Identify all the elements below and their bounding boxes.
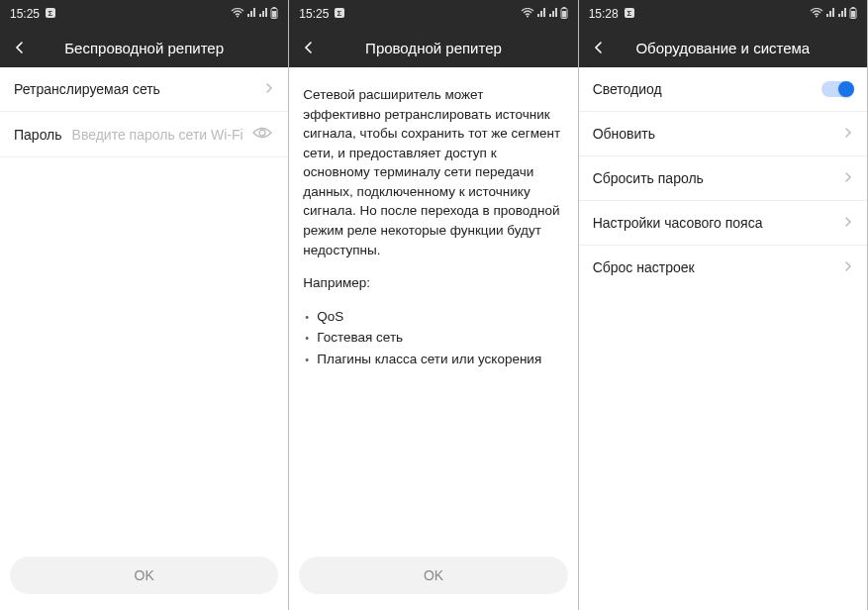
svg-point-15 <box>816 16 818 18</box>
row-label: Светодиод <box>593 81 821 97</box>
svg-text:Σ: Σ <box>338 9 342 18</box>
chevron-right-icon <box>843 170 853 186</box>
status-time: 15:25 <box>10 7 40 21</box>
back-button[interactable] <box>589 38 609 57</box>
signal-icon <box>536 7 546 21</box>
row-relayed-network[interactable]: Ретранслируемая сеть <box>0 67 288 112</box>
status-icons <box>521 7 568 22</box>
list-item: Гостевая сеть <box>303 328 563 348</box>
row-reset-password[interactable]: Сбросить пароль <box>579 156 867 201</box>
row-label: Сброс настроек <box>593 259 843 275</box>
notification-icon: Σ <box>45 7 56 22</box>
wifi-icon <box>521 7 534 21</box>
back-button[interactable] <box>10 38 30 57</box>
battery-icon <box>849 7 857 22</box>
page-title: Проводной репитер <box>365 40 502 56</box>
signal-icon <box>825 7 835 21</box>
svg-rect-5 <box>272 11 276 18</box>
ok-button[interactable]: OK <box>299 557 567 594</box>
row-label: Обновить <box>593 126 843 142</box>
svg-point-9 <box>527 16 529 18</box>
chevron-right-icon <box>843 126 853 142</box>
battery-icon <box>560 7 568 22</box>
back-button[interactable] <box>299 38 319 57</box>
ok-button[interactable]: OK <box>10 557 278 594</box>
eye-icon[interactable] <box>250 126 274 143</box>
para-1: Сетевой расширитель может эффективно рет… <box>303 85 563 259</box>
status-bar: 15:25 Σ <box>0 0 288 28</box>
bullet-list: QoS Гостевая сеть Плагины класса сети ил… <box>303 307 563 369</box>
chevron-right-icon <box>843 259 853 275</box>
svg-rect-12 <box>562 11 566 18</box>
signal-icon-2 <box>548 7 558 21</box>
toggle-knob <box>838 81 854 97</box>
row-timezone[interactable]: Настройки часового пояса <box>579 201 867 246</box>
notification-icon: Σ <box>624 7 635 22</box>
status-time: 15:28 <box>589 7 619 21</box>
row-password: Пароль <box>0 112 288 157</box>
row-update[interactable]: Обновить <box>579 112 867 156</box>
page-title: Оборудование и система <box>635 40 810 56</box>
header: Беспроводной репитер <box>0 28 288 67</box>
header: Оборудование и система <box>579 28 867 67</box>
status-icons <box>810 7 857 22</box>
row-led[interactable]: Светодиод <box>579 67 867 112</box>
signal-icon <box>246 7 256 21</box>
signal-icon-2 <box>837 7 847 21</box>
svg-point-6 <box>259 130 265 136</box>
battery-icon <box>270 7 278 22</box>
ok-label: OK <box>424 567 443 583</box>
status-bar: 15:28 Σ <box>579 0 867 28</box>
status-bar: 15:25 Σ <box>289 0 577 28</box>
status-icons <box>231 7 278 22</box>
para-2: Например: <box>303 273 563 293</box>
screen-wireless-repeater: 15:25 Σ Беспроводной репитер <box>0 0 289 610</box>
row-label: Настройки часового пояса <box>593 215 843 231</box>
screen-hardware-system: 15:28 Σ Оборудование и система <box>579 0 868 610</box>
list-item: QoS <box>303 307 563 327</box>
wifi-icon <box>810 7 823 21</box>
description-text: Сетевой расширитель может эффективно рет… <box>289 67 577 378</box>
password-label: Пароль <box>14 127 62 143</box>
svg-rect-18 <box>851 11 855 18</box>
svg-text:Σ: Σ <box>627 9 631 18</box>
status-time: 15:25 <box>299 7 329 21</box>
row-label: Сбросить пароль <box>593 170 843 186</box>
page-title: Беспроводной репитер <box>64 40 224 56</box>
svg-text:Σ: Σ <box>48 9 53 18</box>
header: Проводной репитер <box>289 28 577 67</box>
chevron-right-icon <box>264 81 274 97</box>
chevron-right-icon <box>843 215 853 231</box>
signal-icon-2 <box>258 7 268 21</box>
password-input[interactable] <box>72 127 251 143</box>
row-factory-reset[interactable]: Сброс настроек <box>579 246 867 289</box>
notification-icon: Σ <box>334 7 345 22</box>
ok-label: OK <box>135 567 154 583</box>
list-item: Плагины класса сети или ускорения <box>303 350 563 369</box>
screen-wired-repeater: 15:25 Σ Проводной репитер С <box>289 0 578 610</box>
svg-point-2 <box>237 16 239 18</box>
led-toggle[interactable] <box>821 81 853 97</box>
row-label: Ретранслируемая сеть <box>14 81 264 97</box>
wifi-icon <box>231 7 244 21</box>
